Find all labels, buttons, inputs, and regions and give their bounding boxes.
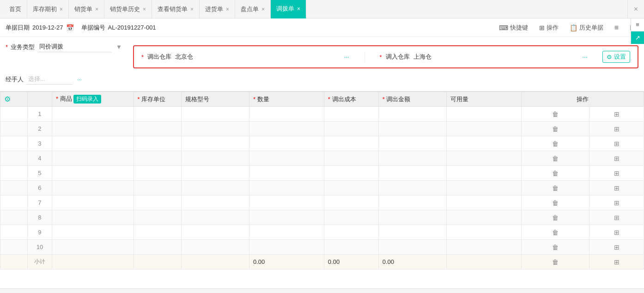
row-copy-icon[interactable]: ⊞ bbox=[614, 229, 620, 236]
row-unit-cell[interactable] bbox=[134, 151, 181, 166]
row-copy-icon[interactable]: ⊞ bbox=[614, 110, 620, 118]
warehouse-out-more[interactable]: ··· bbox=[344, 53, 350, 61]
row-unit-cell[interactable] bbox=[134, 195, 181, 210]
row-unit-cell[interactable] bbox=[134, 225, 181, 240]
row-spec-cell[interactable] bbox=[181, 122, 249, 136]
row-cost-cell[interactable] bbox=[324, 107, 378, 122]
right-icon-export[interactable]: ↗ bbox=[631, 31, 644, 44]
row-copy-icon[interactable]: ⊞ bbox=[614, 140, 620, 147]
row-cost-cell[interactable] bbox=[324, 181, 378, 195]
row-avail-cell[interactable] bbox=[446, 240, 521, 255]
row-product-cell[interactable] bbox=[52, 181, 134, 195]
tab-inventory-check-close[interactable]: × bbox=[261, 6, 265, 12]
row-amount-cell[interactable] bbox=[378, 107, 446, 122]
row-amount-cell[interactable] bbox=[378, 240, 446, 255]
row-unit-cell[interactable] bbox=[134, 107, 181, 122]
row-spec-cell[interactable] bbox=[181, 151, 249, 166]
row-qty-cell[interactable] bbox=[249, 210, 324, 225]
row-spec-cell[interactable] bbox=[181, 107, 249, 122]
row-copy-icon[interactable]: ⊞ bbox=[614, 170, 620, 177]
subtotal-copy-icon[interactable]: ⊞ bbox=[614, 258, 620, 266]
row-product-cell[interactable] bbox=[52, 210, 134, 225]
row-cost-cell[interactable] bbox=[324, 240, 378, 255]
row-amount-cell[interactable] bbox=[378, 225, 446, 240]
tab-view-sales[interactable]: 查看销货单 × bbox=[152, 0, 200, 18]
row-amount-cell[interactable] bbox=[378, 151, 446, 166]
row-cost-cell[interactable] bbox=[324, 151, 378, 166]
subtotal-delete-icon[interactable]: 🗑 bbox=[552, 258, 559, 266]
row-qty-cell[interactable] bbox=[249, 166, 324, 181]
row-copy-icon[interactable]: ⊞ bbox=[614, 214, 620, 221]
row-unit-cell[interactable] bbox=[134, 166, 181, 181]
tab-purchase[interactable]: 进货单 × bbox=[200, 0, 235, 18]
row-cost-cell[interactable] bbox=[324, 210, 378, 225]
row-spec-cell[interactable] bbox=[181, 181, 249, 195]
row-delete-icon[interactable]: 🗑 bbox=[552, 229, 559, 236]
date-value[interactable]: 2019-12-27 bbox=[32, 24, 63, 31]
row-product-cell[interactable] bbox=[52, 225, 134, 240]
calendar-icon[interactable]: 📅 bbox=[66, 24, 74, 31]
warehouse-in-more[interactable]: ··· bbox=[582, 53, 588, 61]
scrollbar[interactable] bbox=[0, 288, 644, 293]
tab-purchase-close[interactable]: × bbox=[226, 6, 229, 12]
row-copy-icon[interactable]: ⊞ bbox=[614, 155, 620, 162]
row-copy-icon[interactable]: ⊞ bbox=[614, 125, 620, 133]
tab-transfer-close[interactable]: × bbox=[297, 6, 300, 12]
row-delete-icon[interactable]: 🗑 bbox=[552, 184, 559, 192]
row-product-cell[interactable] bbox=[52, 240, 134, 255]
row-cost-cell[interactable] bbox=[324, 195, 378, 210]
history-btn[interactable]: 📋 历史单据 bbox=[567, 23, 606, 33]
row-qty-cell[interactable] bbox=[249, 181, 324, 195]
row-avail-cell[interactable] bbox=[446, 181, 521, 195]
row-cost-cell[interactable] bbox=[324, 136, 378, 151]
row-qty-cell[interactable] bbox=[249, 195, 324, 210]
warehouse-in-value[interactable]: 上海仓 bbox=[413, 53, 579, 61]
layout-btn-list[interactable]: ≡ bbox=[612, 23, 621, 33]
row-amount-cell[interactable] bbox=[378, 181, 446, 195]
tab-sales-order[interactable]: 销货单 × bbox=[69, 0, 104, 18]
row-avail-cell[interactable] bbox=[446, 225, 521, 240]
row-unit-cell[interactable] bbox=[134, 136, 181, 151]
row-unit-cell[interactable] bbox=[134, 210, 181, 225]
row-spec-cell[interactable] bbox=[181, 166, 249, 181]
row-amount-cell[interactable] bbox=[378, 166, 446, 181]
row-cost-cell[interactable] bbox=[324, 122, 378, 136]
tab-transfer[interactable]: 调拨单 × bbox=[271, 0, 306, 18]
row-delete-icon[interactable]: 🗑 bbox=[552, 244, 559, 251]
tab-home[interactable]: 首页 bbox=[4, 0, 27, 18]
tab-sales-history[interactable]: 销货单历史 × bbox=[104, 0, 152, 18]
row-amount-cell[interactable] bbox=[378, 122, 446, 136]
tab-view-sales-close[interactable]: × bbox=[190, 6, 194, 12]
tab-inventory-check[interactable]: 盘点单 × bbox=[235, 0, 271, 18]
row-product-cell[interactable] bbox=[52, 166, 134, 181]
row-delete-icon[interactable]: 🗑 bbox=[552, 199, 559, 207]
row-delete-icon[interactable]: 🗑 bbox=[552, 110, 559, 118]
row-avail-cell[interactable] bbox=[446, 122, 521, 136]
row-delete-icon[interactable]: 🗑 bbox=[552, 170, 559, 177]
row-spec-cell[interactable] bbox=[181, 225, 249, 240]
row-spec-cell[interactable] bbox=[181, 136, 249, 151]
row-product-cell[interactable] bbox=[52, 151, 134, 166]
row-delete-icon[interactable]: 🗑 bbox=[552, 214, 559, 221]
row-product-cell[interactable] bbox=[52, 195, 134, 210]
row-unit-cell[interactable] bbox=[134, 181, 181, 195]
shortcut-btn[interactable]: ⌨ 快捷键 bbox=[496, 23, 531, 33]
row-copy-icon[interactable]: ⊞ bbox=[614, 244, 620, 251]
row-qty-cell[interactable] bbox=[249, 122, 324, 136]
row-spec-cell[interactable] bbox=[181, 210, 249, 225]
row-avail-cell[interactable] bbox=[446, 210, 521, 225]
row-delete-icon[interactable]: 🗑 bbox=[552, 140, 559, 147]
table-gear-icon[interactable]: ⚙ bbox=[4, 95, 11, 103]
row-qty-cell[interactable] bbox=[249, 136, 324, 151]
tab-sales-history-close[interactable]: × bbox=[143, 6, 146, 12]
row-spec-cell[interactable] bbox=[181, 195, 249, 210]
row-avail-cell[interactable] bbox=[446, 136, 521, 151]
tab-sales-order-close[interactable]: × bbox=[95, 6, 98, 12]
person-input[interactable]: 选择... bbox=[26, 74, 73, 85]
row-qty-cell[interactable] bbox=[249, 225, 324, 240]
close-all-tabs[interactable]: × bbox=[627, 0, 644, 18]
col-settings-header[interactable]: ⚙ bbox=[0, 92, 28, 107]
row-product-cell[interactable] bbox=[52, 107, 134, 122]
row-amount-cell[interactable] bbox=[378, 210, 446, 225]
row-qty-cell[interactable] bbox=[249, 151, 324, 166]
